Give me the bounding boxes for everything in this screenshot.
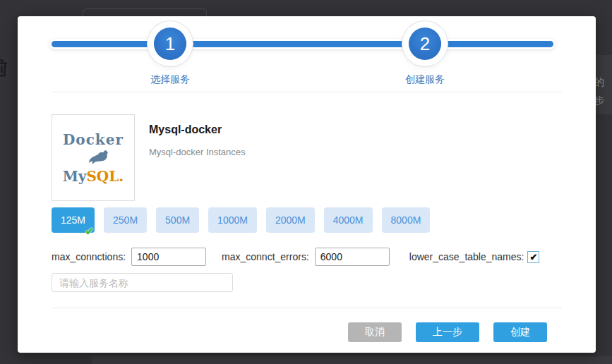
mysql-wordmark: MySQL.: [63, 168, 124, 185]
previous-step-button[interactable]: 上一步: [416, 322, 479, 342]
page-title: Mysql-docker: [149, 123, 246, 136]
footer-divider: [52, 308, 562, 308]
step-2-indicator[interactable]: 2: [409, 28, 441, 60]
background-peek-text: 的: [594, 76, 604, 89]
docker-wordmark: Docker: [63, 131, 124, 148]
max-connections-input[interactable]: [131, 248, 206, 266]
parameters-row: max_connctions: max_connct_errors: lower…: [52, 248, 562, 266]
memory-option-2000m[interactable]: 2000M: [266, 207, 315, 233]
service-name-row: [52, 273, 562, 292]
memory-option-500m[interactable]: 500M: [156, 207, 199, 233]
lower-case-table-names-label: lower_case_table_names:: [409, 251, 524, 262]
cancel-button[interactable]: 取消: [348, 322, 402, 342]
service-header: Docker MySQL. Mysql-docker Mysql-docker …: [52, 114, 562, 201]
step-1-label: 选择服务: [128, 73, 212, 86]
step-1-indicator[interactable]: 1: [154, 28, 186, 60]
background-peek-text: 步: [594, 95, 604, 107]
service-name-input[interactable]: [52, 273, 233, 292]
max-connect-errors-input[interactable]: [315, 248, 390, 266]
memory-option-250m[interactable]: 250M: [104, 207, 147, 233]
selected-check-icon: ✔: [85, 225, 94, 238]
create-button[interactable]: 创建: [493, 322, 547, 342]
service-subtitle: Mysql-docker Instances: [149, 147, 246, 157]
max-connect-errors-label: max_connct_errors:: [222, 251, 309, 262]
trash-icon: [0, 57, 11, 81]
background-strip: [92, 356, 612, 364]
memory-option-8000m[interactable]: 8000M: [382, 207, 431, 233]
mysql-dolphin-icon: [85, 150, 111, 169]
memory-option-125m[interactable]: 125M ✔: [52, 207, 95, 233]
service-info: Mysql-docker Mysql-docker Instances: [149, 114, 246, 201]
memory-option-1000m[interactable]: 1000M: [208, 207, 257, 233]
progress-bar: [52, 41, 553, 47]
lower-case-checkbox[interactable]: ✔: [527, 251, 539, 263]
step-2-label: 创建服务: [383, 73, 467, 86]
max-connections-label: max_connctions:: [52, 251, 126, 262]
dialog-footer: 取消 上一步 创建: [52, 322, 562, 342]
create-service-dialog: 1 2 选择服务 创建服务 Docker MySQL. Mysql-docker…: [18, 16, 596, 353]
memory-options: 125M ✔ 250M 500M 1000M 2000M 4000M 8000M: [52, 207, 562, 233]
wizard-stepper: 1 2 选择服务 创建服务: [52, 16, 562, 92]
service-logo: Docker MySQL.: [52, 114, 135, 201]
memory-option-4000m[interactable]: 4000M: [324, 207, 373, 233]
